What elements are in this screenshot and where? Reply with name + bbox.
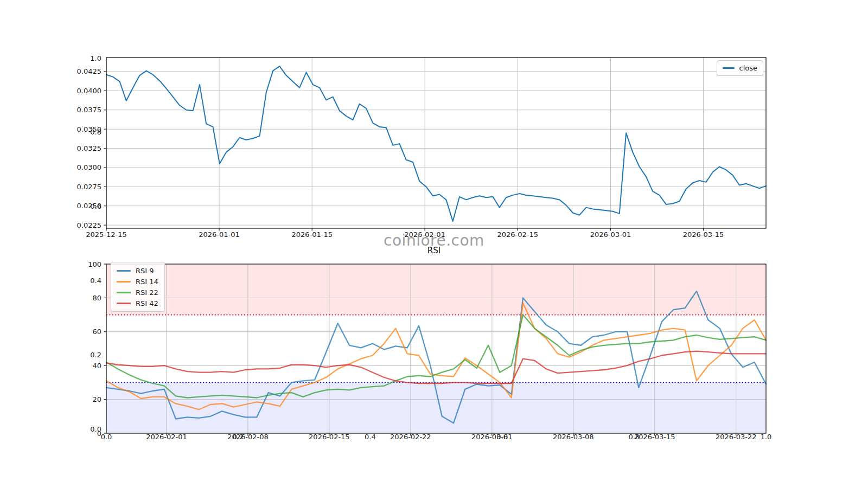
- price-y-tick-label: 0.0425: [77, 67, 102, 75]
- rsi-y-tick-label: 80: [92, 294, 101, 302]
- close-line-swatch: [723, 67, 735, 69]
- overlay-y-tick-label: 0.8: [90, 128, 101, 136]
- overlay-x-tick-label: 0.2: [233, 433, 244, 441]
- rsi-42-line: [106, 351, 766, 383]
- overlay-y-tick-label: 1.0: [90, 54, 101, 62]
- overlay-y-tick-label: 0.4: [90, 277, 101, 285]
- overlay-x-tick-label: 1.0: [761, 433, 772, 441]
- overlay-x-tick-label: 0.0: [101, 433, 112, 441]
- legend-row-rsi-9: RSI 9: [111, 265, 164, 276]
- rsi-14-swatch: [117, 281, 131, 282]
- price-y-tick-label: 0.0375: [77, 106, 102, 114]
- rsi-x-tick-label: 2026-03-22: [716, 433, 757, 441]
- rsi-panel: 2026-02-012026-02-082026-02-152026-02-22…: [88, 260, 766, 441]
- rsi-x-tick-label: 2026-02-22: [390, 433, 431, 441]
- legend-row-rsi-14: RSI 14: [111, 276, 164, 287]
- rsi-9-swatch: [117, 270, 131, 272]
- price-y-tick-label: 0.0275: [77, 183, 102, 191]
- rsi-x-tick-label: 2026-02-01: [146, 433, 187, 441]
- rsi-42-swatch: [117, 303, 131, 304]
- price-y-tick-label: 0.0300: [77, 163, 102, 171]
- price-rsi-figure: 2025-12-152026-01-012026-01-152026-02-01…: [0, 0, 868, 488]
- price-y-tick-label: 0.0400: [77, 87, 102, 95]
- price-y-tick-label: 0.0325: [77, 144, 102, 152]
- overlay-y-tick-label: 0.0: [90, 425, 101, 433]
- legend-label-rsi-9: RSI 9: [136, 267, 154, 275]
- rsi-y-tick-label: 100: [88, 260, 101, 268]
- close-line: [106, 66, 766, 221]
- legend-label-close: close: [739, 64, 757, 72]
- overbought-band: [106, 264, 766, 315]
- overlay-x-tick-label: 0.4: [365, 433, 376, 441]
- price-legend: close: [717, 60, 763, 76]
- legend-label-rsi-22: RSI 22: [136, 288, 158, 297]
- rsi-y-tick-label: 20: [92, 395, 101, 403]
- legend-row-close: close: [717, 63, 763, 74]
- legend-label-rsi-42: RSI 42: [136, 299, 158, 307]
- rsi-x-tick-label: 2026-03-08: [553, 433, 594, 441]
- price-axes-frame: [106, 57, 766, 228]
- rsi-legend: RSI 9 RSI 14 RSI 22 RSI 42: [111, 262, 165, 312]
- legend-row-rsi-22: RSI 22: [111, 287, 164, 298]
- rsi-x-tick-label: 2026-03-15: [634, 433, 675, 441]
- overlay-y-tick-label: 0.2: [90, 351, 101, 359]
- price-panel: 2025-12-152026-01-012026-01-152026-02-01…: [77, 57, 767, 239]
- overlay-y-tick-label: 0.6: [90, 202, 101, 210]
- overlay-x-tick-label: 0.8: [628, 433, 640, 441]
- overlay-x-tick-label: 0.6: [496, 433, 508, 441]
- rsi-x-tick-label: 2026-02-15: [309, 433, 350, 441]
- rsi-y-tick-label: 60: [92, 328, 101, 336]
- legend-label-rsi-14: RSI 14: [136, 278, 158, 286]
- legend-row-rsi-42: RSI 42: [111, 298, 164, 309]
- rsi-y-tick-label: 40: [92, 362, 101, 370]
- rsi-22-swatch: [117, 292, 131, 293]
- rsi-panel-title: RSI: [0, 246, 868, 255]
- price-y-tick-label: 0.0225: [77, 221, 102, 229]
